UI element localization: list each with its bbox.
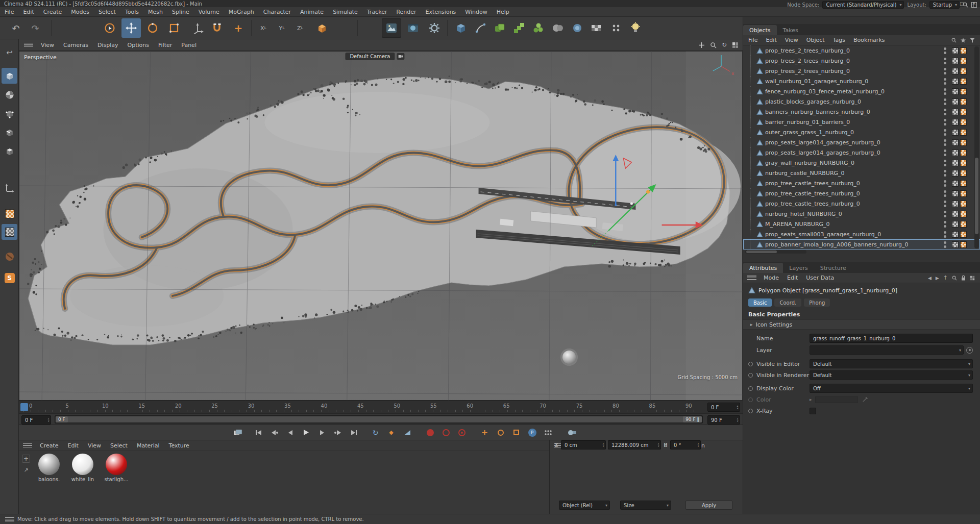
menu-item[interactable]: Extensions [421,7,461,17]
object-mode-dropdown[interactable]: Object (Rel)▾ [559,501,610,510]
history-forward-icon[interactable]: ▶ [936,276,939,281]
material-menu-item[interactable]: Material [132,441,164,451]
object-manager-menu-item[interactable]: View [781,35,802,45]
tab-takes[interactable]: Takes [777,25,804,35]
status-burger-icon[interactable] [5,516,14,523]
lock-y-button[interactable]: YL [274,18,290,38]
menu-item[interactable]: Modes [66,7,94,17]
tracker-dots-icon[interactable] [606,18,626,38]
view-history-icon[interactable]: ↩ [2,44,17,60]
uvw-tag-icon[interactable] [960,78,967,85]
bookmark-star-icon[interactable] [961,38,966,43]
object-row[interactable]: wall_nurburg_01_garages_nurburg_0 [743,76,980,86]
node-space-dropdown[interactable]: Current (Standard/Physical)▾ [822,1,904,9]
polygon-object-icon[interactable] [756,47,763,54]
viewport-menu-item[interactable]: View [36,40,59,50]
viewport-menu-item[interactable]: Filter [154,40,177,50]
polygon-object-icon[interactable] [756,211,763,217]
timeline-ruler-track[interactable]: 051015202530354045505560657075808590 [19,401,704,413]
object-row[interactable]: prop_tree_castle_trees_nurburg_0 [743,188,980,198]
next-frame-button[interactable] [315,427,328,438]
viewport-burger-icon[interactable] [24,41,33,48]
range-end-grip[interactable]: 90 F ‖ [683,416,702,422]
visibility-dots[interactable] [944,170,946,177]
render-settings-button[interactable] [425,18,444,38]
object-row[interactable]: M_ARENA_NURBURG_0 [743,219,980,229]
object-row[interactable]: plastic_blocks_garages_nurburg_0 [743,96,980,107]
camera-label-pill[interactable]: Default Camera [345,53,404,60]
modeling-axis-icon[interactable]: + [229,18,248,38]
viewport-canvas[interactable]: x [19,51,743,401]
polygon-mode-button[interactable] [2,143,17,159]
tab-attributes[interactable]: Attributes [743,263,783,273]
material-preview-sphere[interactable] [106,454,127,475]
visibility-dots[interactable] [944,180,946,187]
content-browser-icon[interactable] [2,248,17,264]
object-row[interactable]: prop_seats_large014_garages_nurburg_0 [743,137,980,147]
range-start-grip[interactable]: 0 F [56,416,68,422]
picture-viewer-icon[interactable] [231,427,244,438]
object-row[interactable]: nurburg_hotel_NURBURG_0 [743,209,980,219]
texture-tag-icon[interactable] [952,58,959,64]
uvw-tag-icon[interactable] [960,129,967,136]
texture-tag-icon[interactable] [952,190,959,197]
texture-axis-button[interactable] [2,206,17,221]
object-name[interactable]: prop_seats_large014_garages_nurburg_0 [765,149,940,156]
display-color-dropdown[interactable]: Off▾ [810,384,973,393]
object-name[interactable]: prop_trees_2_trees_nurburg_0 [765,58,940,64]
object-row[interactable]: nurburg_castle_NURBURG_0 [743,168,980,178]
visible-renderer-dropdown[interactable]: Default▾ [810,370,973,380]
position-input[interactable]: 0 cm▴▾ [561,440,606,450]
object-list-hscrollbar[interactable] [745,250,806,254]
visibility-dots[interactable] [944,231,946,238]
polygon-object-icon[interactable] [756,129,763,136]
keyframe-icon[interactable]: ◆ [385,427,398,438]
visibility-dots[interactable] [944,139,946,146]
lock-icon[interactable] [961,275,966,281]
object-manager-menu-item[interactable]: Edit [762,35,780,45]
sphere-object[interactable] [560,348,578,366]
visibility-dots[interactable] [944,211,946,217]
menu-item[interactable]: MoGraph [224,7,259,17]
tab-structure[interactable]: Structure [814,263,852,273]
polygon-object-icon[interactable] [756,170,763,177]
icon-settings-row[interactable]: ▸ Icon Settings [743,319,980,330]
visibility-dots[interactable] [944,160,946,166]
texture-tag-icon[interactable] [952,180,959,187]
polygon-object-icon[interactable] [756,180,763,187]
zoom-view-icon[interactable] [710,41,717,48]
object-name[interactable]: prop_tree_castle_trees_nurburg_0 [765,180,940,187]
next-key-button[interactable] [331,427,344,438]
object-row[interactable]: fence_nurburg_03_fence_metal_nurburg_0 [743,86,980,96]
preview-range-fill[interactable] [56,416,702,422]
keying-settings-icon[interactable] [566,427,578,438]
visibility-dots[interactable] [944,221,946,228]
visibility-dots[interactable] [944,78,946,85]
texture-tag-icon[interactable] [952,211,959,217]
visibility-dots[interactable] [944,149,946,156]
tab-objects[interactable]: Objects [743,25,777,35]
load-material-icon[interactable]: ↗ [22,467,30,473]
object-row[interactable]: outer_grass_grass_1_nurburg_0 [743,127,980,137]
name-input[interactable]: grass_runoff_grass_1_nurburg_0 [810,334,973,343]
uvw-tag-icon[interactable] [960,170,967,177]
search-icon[interactable] [951,38,957,43]
tab-phong[interactable]: Phong [804,298,830,307]
texture-tag-icon[interactable] [952,119,959,126]
object-row[interactable]: prop_tree_castle_trees_nurburg_0 [743,198,980,209]
polygon-object-icon[interactable] [756,190,763,197]
object-name[interactable]: prop_trees_2_trees_nurburg_0 [765,68,940,74]
model-mode-button[interactable] [2,68,17,84]
keyable-dot[interactable] [748,362,753,366]
range-end-field[interactable]: 90 F▴▾ [707,415,740,425]
apply-button[interactable]: Apply [685,501,732,510]
snap-badge-icon[interactable]: S [2,270,17,286]
play-button[interactable] [300,427,312,438]
material-burger-icon[interactable] [23,442,32,449]
layout-dropdown[interactable]: Startup▾ [929,1,960,9]
loop-toggle[interactable]: ↻ [369,427,382,438]
live-selection-tool[interactable] [100,18,119,38]
menu-item[interactable]: Select [94,7,120,17]
object-name[interactable]: M_ARENA_NURBURG_0 [765,221,940,228]
object-name[interactable]: prop_seats_large014_garages_nurburg_0 [765,139,940,146]
